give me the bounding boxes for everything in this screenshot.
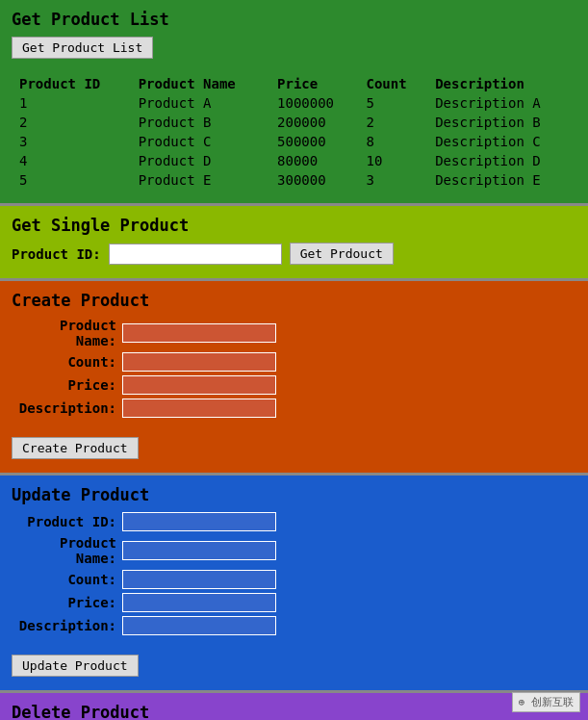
update-price-row: Price: — [12, 593, 576, 612]
col-header-name: Product Name — [131, 74, 269, 93]
update-button[interactable]: Update Product — [12, 655, 139, 677]
create-count-row: Count: — [12, 352, 576, 372]
update-price-input[interactable] — [122, 593, 276, 612]
update-section: Update Product Product ID: Product Name:… — [0, 476, 588, 693]
get-list-section: Get Product List Get Product List Produc… — [0, 0, 588, 206]
delete-title: Delete Product — [12, 703, 576, 720]
create-desc-input[interactable] — [122, 399, 276, 418]
product-table: Product ID Product Name Price Count Desc… — [12, 74, 576, 190]
create-name-label: Product Name: — [12, 318, 122, 348]
create-count-input[interactable] — [122, 352, 276, 372]
update-count-row: Count: — [12, 570, 576, 589]
table-row: 1Product A10000005Description A — [12, 93, 576, 113]
col-header-price: Price — [269, 74, 358, 93]
create-desc-label: Description: — [12, 400, 122, 416]
get-single-section: Get Single Product Product ID: Get Prdou… — [0, 206, 588, 281]
update-name-label: Product Name: — [12, 535, 122, 566]
single-product-id-input[interactable] — [109, 244, 282, 265]
update-desc-row: Description: — [12, 616, 576, 635]
update-name-input[interactable] — [122, 541, 276, 560]
update-id-input[interactable] — [122, 512, 276, 531]
get-list-button[interactable]: Get Product List — [12, 37, 153, 59]
create-desc-row: Description: — [12, 399, 576, 418]
update-id-row: Product ID: — [12, 512, 576, 531]
create-name-input[interactable] — [122, 323, 276, 343]
table-row: 3Product C5000008Description C — [12, 132, 576, 151]
create-button[interactable]: Create Product — [12, 437, 139, 459]
create-name-row: Product Name: — [12, 318, 576, 348]
get-list-title: Get Product List — [12, 10, 576, 29]
create-section: Create Product Product Name: Count: Pric… — [0, 281, 588, 476]
watermark: ⊕ 创新互联 — [512, 692, 580, 712]
create-price-label: Price: — [12, 377, 122, 393]
create-price-input[interactable] — [122, 375, 276, 395]
table-row: 5Product E3000003Description E — [12, 170, 576, 190]
get-single-button[interactable]: Get Prdouct — [290, 243, 394, 265]
col-header-id: Product ID — [12, 74, 131, 93]
get-single-title: Get Single Product — [12, 216, 576, 235]
update-count-input[interactable] — [122, 570, 276, 589]
delete-section: Delete Product Product ID: Delete Prdouc… — [0, 693, 588, 720]
update-id-label: Product ID: — [12, 514, 122, 529]
create-count-label: Count: — [12, 354, 122, 370]
table-row: 4Product D8000010Description D — [12, 151, 576, 170]
create-title: Create Product — [12, 291, 576, 310]
update-count-label: Count: — [12, 572, 122, 587]
update-price-label: Price: — [12, 595, 122, 610]
col-header-count: Count — [359, 74, 428, 93]
update-name-row: Product Name: — [12, 535, 576, 566]
single-product-label: Product ID: — [12, 246, 101, 262]
update-desc-input[interactable] — [122, 616, 276, 635]
col-header-desc: Description — [427, 74, 576, 93]
update-title: Update Product — [12, 485, 576, 504]
table-row: 2Product B2000002Description B — [12, 113, 576, 132]
update-desc-label: Description: — [12, 618, 122, 633]
create-price-row: Price: — [12, 375, 576, 395]
